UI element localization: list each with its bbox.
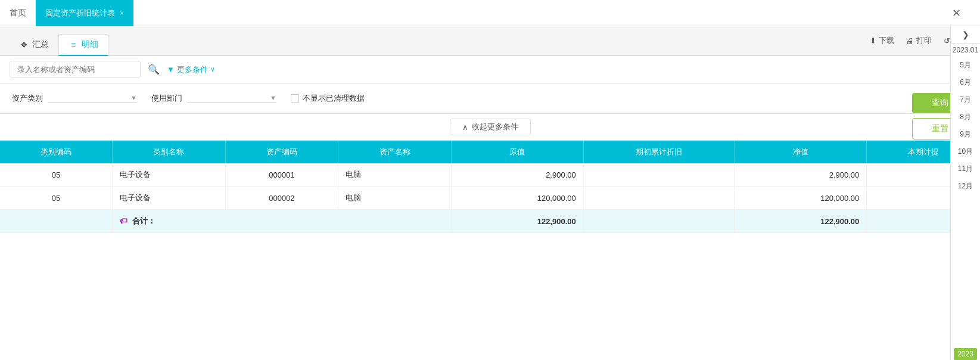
collapse-label: 收起更多条件 <box>472 122 518 132</box>
top-nav: 首页 固定资产折旧统计表 × ✕ <box>0 0 980 26</box>
download-icon: ⬇ <box>870 36 876 45</box>
month-item[interactable]: 11月 <box>951 160 980 178</box>
summary-row: 🏷 合计： 122,900.00 122,900.00 <box>0 210 980 233</box>
chevron-down-icon: ∨ <box>210 66 215 73</box>
asset-category-arrow-icon[interactable]: ▼ <box>130 94 137 101</box>
more-conditions-label: 更多条件 <box>177 64 208 75</box>
cell-original-value: 120,000.00 <box>451 187 583 210</box>
col-header-asset-name: 资产名称 <box>338 141 452 163</box>
tab-summary[interactable]: ❖ 汇总 <box>10 35 58 56</box>
chevron-up-icon: ∧ <box>462 123 468 132</box>
search-input[interactable] <box>10 61 141 78</box>
asset-category-field: 资产类别 ▼ <box>12 93 137 104</box>
right-panel-arrow-icon[interactable]: ❯ <box>962 30 969 39</box>
department-arrow-icon[interactable]: ▼ <box>270 94 276 101</box>
cell-asset-name: 电脑 <box>338 187 452 210</box>
print-icon: 🖨 <box>906 36 914 45</box>
month-item[interactable]: 7月 <box>951 91 980 108</box>
collapse-button[interactable]: ∧ 收起更多条件 <box>450 119 531 135</box>
detail-tab-label: 明细 <box>82 39 98 50</box>
month-list: 5月6月7月8月9月10月11月12月 <box>951 57 980 195</box>
date-label: 2023.01 <box>948 44 980 57</box>
layers-icon: ❖ <box>19 40 29 49</box>
month-item[interactable]: 9月 <box>951 126 980 143</box>
print-label: 打印 <box>916 35 932 46</box>
hide-cleared-label: 不显示已清理数据 <box>303 93 365 104</box>
main-content: ❖ 汇总 ≡ 明细 ⬇ 下载 🖨 打印 ↺ 刷 <box>0 26 980 360</box>
cell-category-code: 05 <box>0 187 112 210</box>
summary-label-cell: 🏷 合计： <box>112 210 451 233</box>
hide-cleared-field: 不显示已清理数据 <box>291 93 365 104</box>
summary-icon: 🏷 <box>120 216 127 225</box>
col-header-original-value: 原值 <box>451 141 583 163</box>
department-field: 使用部门 ▼ <box>151 93 276 104</box>
hide-cleared-checkbox[interactable] <box>291 94 299 103</box>
year-badge: 2023 <box>954 348 977 360</box>
summary-label: 合计： <box>132 216 155 225</box>
cell-asset-code: 000002 <box>225 187 338 210</box>
tab-detail[interactable]: ≡ 明细 <box>58 34 108 56</box>
cell-asset-name: 电脑 <box>338 163 452 187</box>
month-item[interactable]: 6月 <box>951 74 980 91</box>
download-button[interactable]: ⬇ 下载 <box>870 35 894 46</box>
cell-accumulated-depreciation <box>583 187 735 210</box>
summary-original-value: 122,900.00 <box>451 210 583 233</box>
summary-icon-cell <box>0 210 112 233</box>
summary-accumulated-depreciation <box>583 210 735 233</box>
month-item[interactable]: 5月 <box>951 57 980 74</box>
home-link[interactable]: 首页 <box>10 8 36 18</box>
cell-category-name: 电子设备 <box>112 187 225 210</box>
col-header-accumulated-depreciation: 期初累计折旧 <box>583 141 735 163</box>
department-label: 使用部门 <box>151 93 182 104</box>
col-header-asset-code: 资产编码 <box>225 141 338 163</box>
table-row: 05 电子设备 000002 电脑 120,000.00 120,000.00 <box>0 187 980 210</box>
filter-panel: 资产类别 ▼ 使用部门 ▼ 不显示已清理数据 <box>0 83 980 114</box>
cell-category-name: 电子设备 <box>112 163 225 187</box>
cell-category-code: 05 <box>0 163 112 187</box>
search-bar: 🔍 ▼ 更多条件 ∨ <box>0 56 980 83</box>
col-header-category-code: 类别编码 <box>0 141 112 163</box>
download-label: 下载 <box>879 35 894 46</box>
window-close-button[interactable]: ✕ <box>942 7 970 20</box>
summary-tab-label: 汇总 <box>32 39 49 50</box>
cell-asset-code: 000001 <box>225 163 338 187</box>
data-table: 类别编码 类别名称 资产编码 资产名称 原值 期初累计折旧 净值 本期计提 05… <box>0 141 980 233</box>
summary-net-value: 122,900.00 <box>735 210 867 233</box>
month-item[interactable]: 12月 <box>951 178 980 195</box>
search-icon[interactable]: 🔍 <box>148 64 160 75</box>
filter-icon: ▼ <box>167 65 175 74</box>
table-header-row: 类别编码 类别名称 资产编码 资产名称 原值 期初累计折旧 净值 本期计提 <box>0 141 980 163</box>
cell-original-value: 2,900.00 <box>451 163 583 187</box>
filter-row: 资产类别 ▼ 使用部门 ▼ 不显示已清理数据 <box>12 93 968 104</box>
col-header-category-name: 类别名称 <box>112 141 225 163</box>
data-table-wrapper: 类别编码 类别名称 资产编码 资产名称 原值 期初累计折旧 净值 本期计提 05… <box>0 141 980 360</box>
table-row: 05 电子设备 000001 电脑 2,900.00 2,900.00 <box>0 163 980 187</box>
month-item[interactable]: 10月 <box>951 143 980 160</box>
asset-category-label: 资产类别 <box>12 93 43 104</box>
right-panel: ❯ 2023.01 5月6月7月8月9月10月11月12月 2023 <box>950 26 980 360</box>
col-header-net-value: 净值 <box>735 141 867 163</box>
collapse-bar: ∧ 收起更多条件 <box>0 114 980 141</box>
print-button[interactable]: 🖨 打印 <box>906 35 932 46</box>
tab-close-button[interactable]: × <box>120 9 124 17</box>
cell-accumulated-depreciation <box>583 163 735 187</box>
month-item[interactable]: 8月 <box>951 108 980 126</box>
cell-net-value: 120,000.00 <box>735 187 867 210</box>
list-icon: ≡ <box>69 40 78 49</box>
cell-net-value: 2,900.00 <box>735 163 867 187</box>
tab-label: 固定资产折旧统计表 <box>45 8 115 18</box>
active-tab[interactable]: 固定资产折旧统计表 × <box>36 0 133 26</box>
more-conditions-button[interactable]: ▼ 更多条件 ∨ <box>167 64 215 75</box>
